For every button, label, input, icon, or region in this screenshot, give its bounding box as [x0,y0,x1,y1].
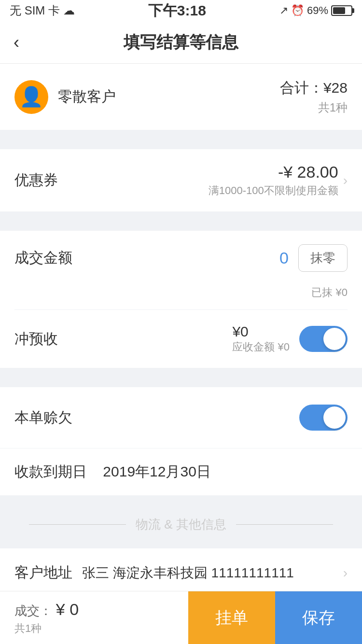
chevron-right-icon: › [343,173,348,188]
hold-button[interactable]: 挂单 [188,591,275,644]
bottom-count: 共1种 [14,621,188,636]
alarm-icon: ⏰ [291,4,304,17]
section-divider-2 [0,221,362,231]
toggle-knob [323,328,346,350]
prepay-label: 冲预收 [14,329,58,349]
back-button[interactable]: ‹ [14,32,19,53]
credit-section: 本单赊欠 收款到期日 2019年12月30日 [0,387,362,495]
due-date-label: 收款到期日 [14,463,87,479]
deal-amount-right: 0 抹零 [279,244,348,272]
save-button[interactable]: 保存 [275,591,362,644]
status-time: 下午3:18 [148,1,206,21]
battery-fill [333,7,345,14]
deal-amount-row: 成交金额 0 抹零 [0,231,362,285]
bottom-bar: 成交： ¥ 0 共1种 挂单 保存 [0,591,362,644]
battery-icon [331,5,352,16]
status-right: ↗ ⏰ 69% [279,4,352,17]
prepay-right: ¥0 应收金额 ¥0 [232,323,348,354]
total-price: 合计：¥28 [280,78,348,98]
customer-name: 零散客户 [58,87,116,107]
section-divider-4 [0,495,362,505]
deal-sub: 已抹 ¥0 [0,285,362,309]
customer-row: 👤 零散客户 合计：¥28 共1种 [0,64,362,130]
coupon-right: -¥ 28.00 满1000-100不限制使用金额 › [209,163,348,198]
avatar-icon: 👤 [19,85,43,108]
logistics-line-right [236,524,333,525]
section-divider-3 [0,378,362,387]
credit-label: 本单赊欠 [14,408,72,428]
section-divider-5 [0,544,362,548]
coupon-row[interactable]: 优惠券 -¥ 28.00 满1000-100不限制使用金额 › [0,149,362,211]
due-date-value: 2019年12月30日 [103,463,210,479]
bottom-deal-line: 成交： ¥ 0 [14,600,188,619]
address-row[interactable]: 客户地址 张三 海淀永丰科技园 11111111111 › [0,548,362,597]
address-label: 客户地址 [14,563,72,583]
prepay-toggle[interactable] [299,326,348,352]
bottom-info: 成交： ¥ 0 共1种 [0,591,188,644]
battery-percent: 69% [307,4,328,17]
prepay-amount: ¥0 [232,323,290,340]
coupon-desc: 满1000-100不限制使用金额 [209,183,338,198]
customer-right: 合计：¥28 共1种 [280,78,348,115]
coupon-label: 优惠券 [14,170,58,190]
address-section: 客户地址 张三 海淀永丰科技园 11111111111 › [0,548,362,597]
credit-toggle-knob [323,406,346,429]
nav-bar: ‹ 填写结算等信息 [0,21,362,64]
location-icon: ↗ [279,4,288,17]
prepay-row: 冲预收 ¥0 应收金额 ¥0 [0,310,362,368]
credit-row: 本单赊欠 [0,387,362,448]
deal-amount-value: 0 [279,249,289,267]
address-value: 张三 海淀永丰科技园 11111111111 [82,564,343,582]
page-title: 填写结算等信息 [124,31,238,54]
customer-section: 👤 零散客户 合计：¥28 共1种 [0,64,362,130]
bottom-deal-label: 成交： [14,603,52,618]
due-date-row: 收款到期日 2019年12月30日 [0,448,362,495]
avatar: 👤 [14,80,48,114]
round-zero-button[interactable]: 抹零 [298,244,348,272]
deal-amount-label: 成交金额 [14,248,72,268]
deal-section: 成交金额 0 抹零 已抹 ¥0 冲预收 ¥0 应收金额 ¥0 [0,231,362,368]
prepay-amounts: ¥0 应收金额 ¥0 [232,323,290,354]
logistics-label: 物流 & 其他信息 [136,516,226,533]
customer-left: 👤 零散客户 [14,80,116,114]
prepay-sub: 应收金额 ¥0 [232,340,290,354]
logistics-line: 物流 & 其他信息 [0,516,362,533]
total-count: 共1种 [280,100,348,115]
sim-status: 无 SIM 卡 ☁ [10,3,75,18]
logistics-line-left [29,524,126,525]
coupon-section: 优惠券 -¥ 28.00 满1000-100不限制使用金额 › [0,149,362,211]
status-bar: 无 SIM 卡 ☁ 下午3:18 ↗ ⏰ 69% [0,0,362,21]
coupon-discount: -¥ 28.00 [209,163,338,182]
credit-toggle[interactable] [299,405,348,431]
logistics-divider: 物流 & 其他信息 [0,505,362,544]
address-chevron-icon: › [343,565,348,581]
bottom-amount: ¥ 0 [56,600,79,618]
status-left: 无 SIM 卡 ☁ [10,3,75,18]
section-divider-1 [0,140,362,149]
